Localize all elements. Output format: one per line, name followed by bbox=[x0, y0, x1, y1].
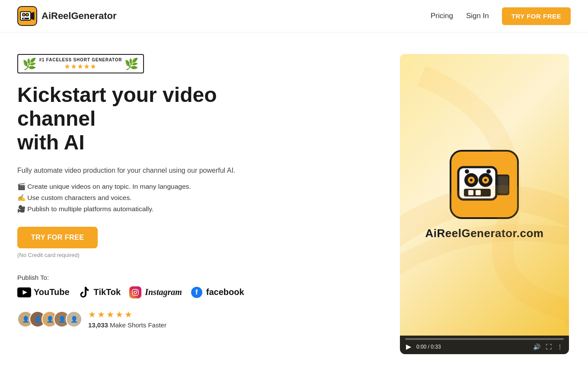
svg-point-26 bbox=[486, 169, 491, 174]
star-icon: ★ bbox=[125, 309, 132, 320]
header: AiReelGenerator Pricing Sign In TRY FOR … bbox=[0, 0, 588, 32]
feature-list: 🎬 Create unique videos on any topic. In … bbox=[17, 183, 259, 213]
svg-point-2 bbox=[23, 14, 25, 16]
tiktok-icon bbox=[77, 288, 91, 297]
hero-title: Kickstart your video channel with AI bbox=[17, 83, 259, 155]
fullscreen-button[interactable]: ⛶ bbox=[545, 342, 553, 351]
avatar: 👤 bbox=[66, 311, 82, 327]
feature-item: 🎬 Create unique videos on any topic. In … bbox=[17, 183, 259, 190]
badge-area: 🌿 #1 FACELESS SHORT GENERATOR ★★★★★ 🌿 bbox=[17, 54, 259, 73]
hero-description: Fully automate video production for your… bbox=[17, 165, 259, 176]
svg-point-19 bbox=[484, 179, 487, 181]
ctrl-right: 🔊 ⛶ ⋮ bbox=[532, 342, 564, 351]
star-icon: ★ bbox=[88, 309, 96, 320]
no-cc-text: (No Credit card required) bbox=[17, 252, 259, 258]
right-col: AiReelGenerator.com ▶ 0:00 / 0:33 🔊 ⛶ ⋮ bbox=[400, 54, 571, 354]
svg-rect-5 bbox=[22, 18, 29, 19]
youtube-icon bbox=[17, 288, 31, 297]
stars-row: ★ ★ ★ ★ ★ bbox=[88, 309, 166, 320]
youtube-platform: YouTube bbox=[17, 287, 70, 297]
video-controls: ▶ 0:00 / 0:33 🔊 ⛶ ⋮ bbox=[400, 336, 569, 354]
video-logo-icon bbox=[450, 150, 519, 219]
instagram-label: Instagram bbox=[145, 287, 182, 297]
logo-area: AiReelGenerator bbox=[17, 6, 117, 26]
svg-marker-7 bbox=[31, 12, 34, 20]
facebook-icon: f bbox=[190, 288, 204, 297]
signin-nav-link[interactable]: Sign In bbox=[466, 12, 489, 20]
video-site-name: AiReelGenerator.com bbox=[425, 227, 544, 240]
instagram-platform: Instagram bbox=[128, 287, 182, 297]
volume-button[interactable]: 🔊 bbox=[532, 342, 541, 351]
star-icon: ★ bbox=[115, 309, 123, 320]
logo-icon bbox=[17, 6, 37, 26]
youtube-label: YouTube bbox=[34, 287, 70, 297]
video-panel: AiReelGenerator.com ▶ 0:00 / 0:33 🔊 ⛶ ⋮ bbox=[400, 54, 569, 354]
svg-rect-21 bbox=[468, 190, 473, 195]
tiktok-label: TikTok bbox=[94, 287, 121, 297]
progress-bar[interactable] bbox=[405, 338, 564, 340]
more-options-button[interactable]: ⋮ bbox=[556, 342, 564, 351]
laurel-right-icon: 🌿 bbox=[125, 58, 139, 70]
facebook-label: facebook bbox=[206, 287, 244, 297]
award-badge: 🌿 #1 FACELESS SHORT GENERATOR ★★★★★ 🌿 bbox=[17, 54, 144, 73]
svg-point-16 bbox=[470, 179, 473, 181]
avatars: 👤 👤 👤 👤 👤 bbox=[17, 311, 82, 327]
main-container: 🌿 #1 FACELESS SHORT GENERATOR ★★★★★ 🌿 Ki… bbox=[0, 32, 588, 371]
feature-item: 🎥 Publish to multiple platforms automati… bbox=[17, 205, 259, 213]
svg-point-11 bbox=[134, 291, 137, 294]
platform-logos: YouTube TikTok bbox=[17, 287, 259, 297]
badge-title: #1 FACELESS SHORT GENERATOR bbox=[39, 57, 122, 62]
proof-text: ★ ★ ★ ★ ★ 13,033 Make Shorts Faster bbox=[88, 309, 166, 329]
main-nav: Pricing Sign In TRY FOR FREE bbox=[431, 7, 571, 25]
svg-point-12 bbox=[137, 290, 137, 291]
facebook-platform: f facebook bbox=[190, 287, 244, 297]
left-col: 🌿 #1 FACELESS SHORT GENERATOR ★★★★★ 🌿 Ki… bbox=[17, 54, 259, 329]
try-free-header-button[interactable]: TRY FOR FREE bbox=[502, 7, 571, 25]
star-icon: ★ bbox=[106, 309, 114, 320]
laurel-left-icon: 🌿 bbox=[22, 58, 37, 70]
svg-rect-6 bbox=[23, 18, 25, 19]
feature-item: ✍️ Use custom characters and voices. bbox=[17, 194, 259, 202]
tiktok-platform: TikTok bbox=[77, 287, 121, 297]
proof-count: 13,033 Make Shorts Faster bbox=[88, 321, 166, 329]
publish-label: Publish To: bbox=[17, 274, 259, 281]
svg-rect-24 bbox=[498, 176, 508, 193]
video-content: AiReelGenerator.com bbox=[400, 54, 569, 336]
svg-rect-10 bbox=[132, 289, 138, 295]
star-icon: ★ bbox=[97, 309, 105, 320]
badge-stars: ★★★★★ bbox=[64, 63, 97, 70]
controls-row: ▶ 0:00 / 0:33 🔊 ⛶ ⋮ bbox=[405, 342, 564, 352]
play-button[interactable]: ▶ bbox=[405, 342, 412, 352]
svg-point-4 bbox=[26, 14, 28, 16]
instagram-icon bbox=[128, 288, 142, 297]
logo-text: AiReelGenerator bbox=[42, 10, 117, 22]
try-free-main-button[interactable]: TRY FOR FREE bbox=[17, 227, 98, 248]
time-display: 0:00 / 0:33 bbox=[416, 344, 528, 350]
pricing-nav-link[interactable]: Pricing bbox=[431, 12, 453, 20]
social-proof: 👤 👤 👤 👤 👤 ★ ★ ★ ★ ★ 13,033 Make Shorts F… bbox=[17, 309, 259, 329]
svg-point-25 bbox=[465, 169, 469, 174]
publish-section: Publish To: YouTube bbox=[17, 274, 259, 297]
svg-rect-22 bbox=[476, 190, 481, 195]
